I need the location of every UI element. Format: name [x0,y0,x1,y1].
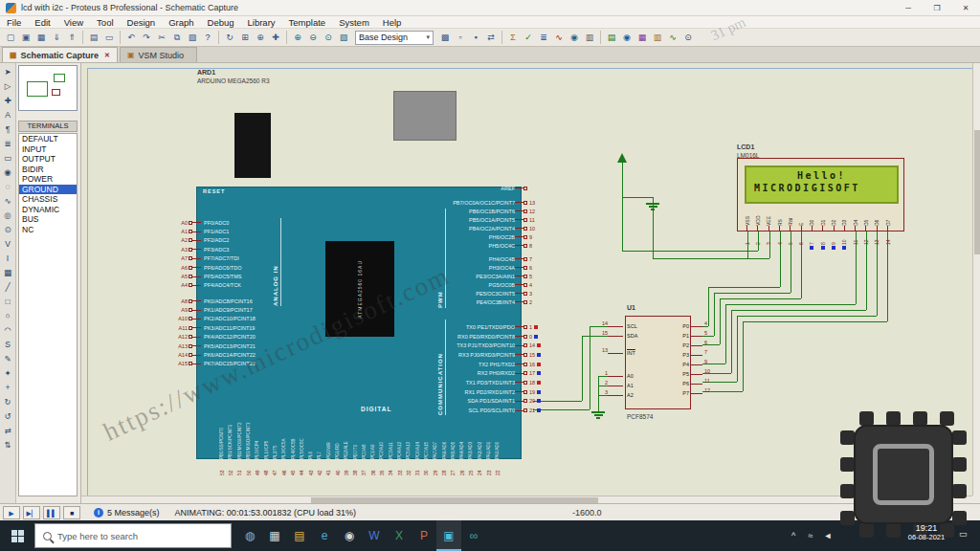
proteus-icon[interactable]: ▣ [436,520,461,551]
PB0/SS/PCINT0[interactable]: PB0/SS/PCINT053 [217,415,226,475]
print-icon[interactable]: ▤ [86,31,101,45]
PF1/ADC1[interactable]: A1PF1/ADC1 [175,227,241,235]
PE3/OC3A/AIN1[interactable]: PE3/OC3A/AIN15 [431,272,532,280]
menu-item[interactable]: Template [282,17,333,28]
PE4/OC3B/INT4[interactable]: PE4/OC3B/INT42 [431,298,532,306]
PC4/A12[interactable]: PC4/A1233 [395,415,404,475]
vertical-scrollbar[interactable] [972,63,980,496]
PE5/OC3C/INT5[interactable]: PE5/OC3C/INT53 [431,289,532,298]
rotate-ccw-icon[interactable]: ↺ [1,409,15,424]
paste-icon[interactable]: ▨ [185,31,200,45]
aref-pin[interactable]: AREF [431,184,527,192]
RS[interactable]: RS4 [774,207,785,250]
ground-terminal[interactable] [591,411,605,421]
junction-dot-icon[interactable]: ✚ [1,94,15,108]
D3[interactable]: D310 [839,207,850,250]
power-terminal[interactable] [617,153,627,163]
close-button[interactable]: ✕ [951,0,980,16]
play-button[interactable]: ▶ [3,506,20,519]
message-count[interactable]: 5 Message(s) [107,508,160,518]
D7[interactable]: D714 [882,207,893,250]
goto-sheet-icon[interactable]: ⇄ [483,31,499,45]
ground-terminal[interactable] [646,203,659,212]
marker-icon[interactable]: + [1,381,15,395]
design-select[interactable]: Base Design ▾ [355,31,434,45]
expander-value[interactable]: PCF8574 [627,413,653,420]
undo-icon[interactable]: ↶ [123,31,139,45]
menu-item[interactable]: Design [121,17,163,28]
VDD[interactable]: VDD2 [752,207,763,250]
PK5/ADC13/PCINT21[interactable]: A13PK5/ADC13/PCINT21 [175,342,256,350]
terminal-mode-icon[interactable]: ◉ [1,165,15,180]
terminal-list-item[interactable]: INPUT [19,144,77,155]
terminal-list-item[interactable]: OUTPUT [19,154,77,165]
PB2/MOSI/PCINT2[interactable]: PB2/MOSI/PCINT251 [235,415,244,475]
PB7/OC0A/OC1C/PCINT7[interactable]: PB7/OC0A/OC1C/PCINT713 [431,198,535,207]
scrollbar-thumb[interactable] [974,130,980,254]
help-icon[interactable]: ? [200,31,215,45]
box-2d-icon[interactable]: □ [1,295,15,309]
PK1/ADC9/PCINT17[interactable]: A9PK1/ADC9/PCINT17 [175,305,256,314]
hidden-icons-chevron[interactable]: ^ [785,531,802,540]
PC0/A8[interactable]: PC0/A837 [360,415,368,475]
netlist-icon[interactable]: ≣ [536,31,551,45]
task-view-icon[interactable]: ▦ [262,520,287,551]
save-icon[interactable]: ▦ [33,31,49,45]
arduino-ref[interactable]: ARD1 [197,69,215,76]
PG5/OC0B[interactable]: PG5/OC0B4 [431,280,532,289]
lcd-ref[interactable]: LCD1 [737,143,754,150]
PB1/SCK/PCINT1[interactable]: PB1/SCK/PCINT152 [226,415,234,475]
mirror-h-icon[interactable]: ⇄ [1,424,15,438]
arduino-power-jack[interactable] [393,91,457,141]
message-info-icon[interactable]: i [94,508,103,518]
PA3/AD3[interactable]: PA3/AD325 [466,415,475,475]
line-2d-icon[interactable]: ╱ [1,280,15,295]
chrome-icon[interactable]: ◉ [337,520,362,551]
design-explorer-icon[interactable]: ▩ [437,31,453,45]
PL1/ICP5[interactable]: PL1/ICP548 [261,415,270,475]
refresh-icon[interactable]: ↻ [222,31,237,45]
taskbar-search[interactable]: Type here to search [34,523,232,548]
watch-window-icon[interactable]: ◉ [619,31,635,45]
PF6/ADC6/TDO[interactable]: A6PF6/ADC6/TDO [175,263,241,272]
tab-schematic-capture[interactable]: ▦ Schematic Capture ✕ [2,47,118,62]
RX2 PH0/RXD2[interactable]: RX2 PH0/RXD217 [431,368,541,378]
D4[interactable]: D411 [850,207,860,250]
D6[interactable]: D613 [872,207,882,250]
PL2/T5[interactable]: PL2/T547 [271,415,279,475]
menu-item[interactable]: Graph [162,17,200,28]
tab-vsm-studio[interactable]: ▣ VSM Studio [120,47,197,62]
property-icon[interactable]: ▥ [582,31,597,45]
circle-2d-icon[interactable]: ○ [1,309,15,323]
PG0/WR[interactable]: PG0/WR41 [324,415,333,475]
PB3/MISO/PCINT3[interactable]: PB3/MISO/PCINT350 [244,415,253,475]
RX3 PJ0/RXD3/PCINT9[interactable]: RX3 PJ0/RXD3/PCINT915 [431,350,541,360]
SCL PD0/SCL/INT0[interactable]: SCL PD0/SCL/INT021 [431,406,541,415]
import-icon[interactable]: ⇓ [49,31,64,45]
zoom-extents-icon[interactable]: ⊙ [321,31,336,45]
menu-item[interactable]: Edit [28,17,56,28]
PC5/A13[interactable]: PC5/A1332 [404,415,412,475]
PF3/ADC3[interactable]: A3PF3/ADC3 [175,245,241,253]
bus-mode-icon[interactable]: ≣ [1,137,15,151]
remove-sheet-icon[interactable]: ▪ [468,31,483,45]
PA7/AD7[interactable]: PA7/AD729 [431,415,439,475]
PC3/A11[interactable]: PC3/A1134 [387,415,395,475]
cortana-icon[interactable]: ◍ [237,520,262,551]
current-probe-icon[interactable]: I [1,252,15,266]
voltage-probe-icon[interactable]: V [1,237,15,252]
terminal-list-item[interactable]: DYNAMIC [19,205,77,215]
pause-button[interactable]: ▌▌ [43,506,60,519]
symbol-2d-icon[interactable]: ✦ [1,366,15,381]
PL6[interactable]: PL643 [306,415,315,475]
D1[interactable]: D18 [817,207,828,250]
redo-icon[interactable]: ↷ [139,31,154,45]
PK4/ADC12/PCINT20[interactable]: A12PK4/ADC12/PCINT20 [175,333,256,342]
SDA[interactable]: 15SDA [596,331,637,341]
PL7[interactable]: PL742 [315,415,323,475]
PL4/OC5B[interactable]: PL4/OC5B45 [288,415,297,475]
taskbar-clock[interactable]: 19:21 06-08-2021 [898,523,955,541]
cursor-snap-icon[interactable]: ✚ [268,31,283,45]
path-2d-icon[interactable]: S [1,338,15,352]
selection-mode-icon[interactable]: ➤ [1,65,15,79]
